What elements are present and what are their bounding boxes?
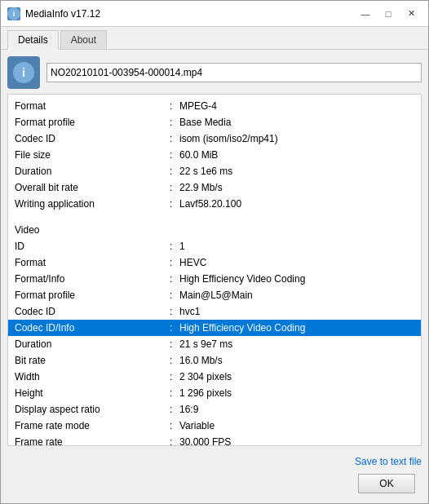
row-sep: : bbox=[170, 115, 179, 130]
row-label: Height bbox=[15, 386, 170, 400]
tab-about[interactable]: About bbox=[60, 30, 107, 49]
row-value: 1 296 pixels bbox=[179, 386, 414, 400]
table-row: Format/Info : High Efficiency Video Codi… bbox=[8, 271, 421, 287]
row-value: 2 304 pixels bbox=[179, 369, 414, 384]
title-controls: — □ ✕ bbox=[355, 6, 422, 22]
row-label: Frame rate bbox=[15, 435, 170, 446]
row-value: 1 bbox=[179, 239, 414, 254]
row-sep: : bbox=[170, 164, 179, 179]
row-value: Base Media bbox=[179, 115, 414, 130]
row-label: Format bbox=[15, 255, 170, 270]
row-label: Width bbox=[15, 369, 170, 384]
row-value: Lavf58.20.100 bbox=[179, 197, 414, 211]
file-icon: i bbox=[7, 56, 40, 89]
table-row: Duration : 22 s 1e6 ms bbox=[8, 163, 421, 179]
tab-details[interactable]: Details bbox=[7, 30, 59, 50]
row-sep: : bbox=[170, 402, 179, 417]
row-sep: : bbox=[170, 418, 179, 433]
row-label: Format bbox=[15, 99, 170, 113]
row-label: Duration bbox=[15, 337, 170, 351]
row-label: Overall bit rate bbox=[15, 180, 170, 195]
row-label: Format profile bbox=[15, 115, 170, 130]
title-bar: i MediaInfo v17.12 — □ ✕ bbox=[1, 1, 428, 27]
row-sep: : bbox=[170, 255, 179, 270]
table-row: Bit rate : 16.0 Mb/s bbox=[8, 352, 421, 369]
row-label: Codec ID/Info bbox=[15, 321, 170, 335]
info-panel: Format : MPEG-4 Format profile : Base Me… bbox=[7, 94, 422, 446]
row-label: Frame rate mode bbox=[15, 418, 170, 433]
row-sep: : bbox=[170, 272, 179, 286]
row-sep: : bbox=[170, 321, 179, 335]
row-sep: : bbox=[170, 353, 179, 368]
row-sep: : bbox=[170, 435, 179, 446]
main-window: i MediaInfo v17.12 — □ ✕ Details About i bbox=[0, 0, 429, 504]
title-bar-left: i MediaInfo v17.12 bbox=[7, 7, 100, 20]
video-section: Video ID : 1 Format : HEVC Format/Info :… bbox=[8, 222, 421, 446]
row-value: hvc1 bbox=[179, 304, 414, 319]
table-row: Display aspect ratio : 16:9 bbox=[8, 401, 421, 418]
row-label: Bit rate bbox=[15, 353, 170, 368]
row-label: Format/Info bbox=[15, 272, 170, 286]
row-value: 16:9 bbox=[179, 402, 414, 417]
content-area: i Format : MPEG-4 Format profile : Base … bbox=[1, 50, 428, 453]
row-label: Codec ID bbox=[15, 131, 170, 146]
row-value: 30.000 FPS bbox=[179, 435, 414, 446]
table-row: Format : HEVC bbox=[8, 254, 421, 271]
row-value: High Efficiency Video Coding bbox=[179, 321, 414, 335]
row-value: HEVC bbox=[179, 255, 414, 270]
row-value: 22.9 Mb/s bbox=[179, 180, 414, 195]
row-sep: : bbox=[170, 369, 179, 384]
row-label: ID bbox=[15, 239, 170, 254]
row-label: File size bbox=[15, 148, 170, 162]
section-header-label: Video bbox=[15, 223, 39, 237]
row-sep: : bbox=[170, 288, 179, 303]
row-value: MPEG-4 bbox=[179, 99, 414, 113]
bottom-bar: Save to text file bbox=[1, 453, 428, 471]
row-label: Writing application bbox=[15, 197, 170, 211]
table-row: Format profile : Base Media bbox=[8, 114, 421, 130]
tabs-bar: Details About bbox=[1, 27, 428, 50]
table-row: Overall bit rate : 22.9 Mb/s bbox=[8, 179, 421, 196]
row-label: Duration bbox=[15, 164, 170, 179]
table-row: Codec ID : isom (isom/iso2/mp41) bbox=[8, 130, 421, 147]
table-row: Format profile : Main@L5@Main bbox=[8, 287, 421, 303]
row-label: Format profile bbox=[15, 288, 170, 303]
row-label: Codec ID bbox=[15, 304, 170, 319]
minimize-button[interactable]: — bbox=[355, 6, 376, 22]
row-value: 22 s 1e6 ms bbox=[179, 164, 414, 179]
file-path-row: i bbox=[7, 56, 422, 89]
table-row: Codec ID : hvc1 bbox=[8, 303, 421, 320]
row-value: 21 s 9e7 ms bbox=[179, 337, 414, 351]
table-row: Duration : 21 s 9e7 ms bbox=[8, 336, 421, 352]
table-row: Writing application : Lavf58.20.100 bbox=[8, 196, 421, 212]
row-sep: : bbox=[170, 197, 179, 211]
general-section: Format : MPEG-4 Format profile : Base Me… bbox=[8, 98, 421, 217]
table-row: Frame rate mode : Variable bbox=[8, 418, 421, 434]
row-sep: : bbox=[170, 99, 179, 113]
table-row: Height : 1 296 pixels bbox=[8, 385, 421, 401]
row-value: 16.0 Mb/s bbox=[179, 353, 414, 368]
row-value: 60.0 MiB bbox=[179, 148, 414, 162]
maximize-button[interactable]: □ bbox=[378, 6, 399, 22]
row-sep: : bbox=[170, 386, 179, 400]
table-row: ID : 1 bbox=[8, 238, 421, 254]
file-path-input[interactable] bbox=[46, 63, 422, 82]
section-header-video: Video bbox=[8, 222, 421, 238]
table-row: Frame rate : 30.000 FPS bbox=[8, 434, 421, 446]
table-row: Format : MPEG-4 bbox=[8, 98, 421, 114]
row-value: Main@L5@Main bbox=[179, 288, 414, 303]
row-sep: : bbox=[170, 180, 179, 195]
app-icon-inner: i bbox=[7, 7, 20, 20]
app-icon: i bbox=[7, 7, 20, 20]
row-sep: : bbox=[170, 337, 179, 351]
row-value: Variable bbox=[179, 418, 414, 433]
close-button[interactable]: ✕ bbox=[400, 6, 422, 22]
table-row: Codec ID/Info : High Efficiency Video Co… bbox=[8, 320, 421, 336]
row-sep: : bbox=[170, 148, 179, 162]
window-title: MediaInfo v17.12 bbox=[25, 8, 100, 20]
table-row: File size : 60.0 MiB bbox=[8, 147, 421, 163]
row-sep: : bbox=[170, 239, 179, 254]
ok-button[interactable]: OK bbox=[358, 474, 415, 493]
row-value: High Efficiency Video Coding bbox=[179, 272, 414, 286]
save-to-text-link[interactable]: Save to text file bbox=[355, 456, 422, 467]
